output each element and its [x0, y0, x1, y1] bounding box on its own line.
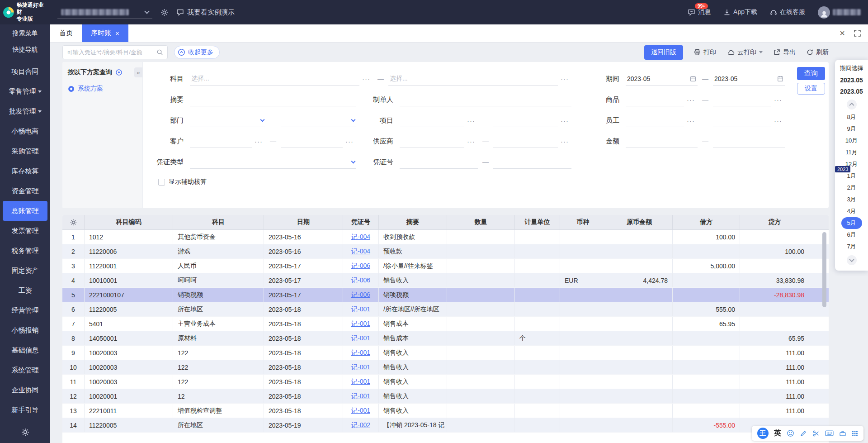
search-icon[interactable]	[156, 49, 163, 56]
column-settings-button[interactable]	[62, 215, 85, 229]
voucher-link[interactable]: 记-001	[351, 305, 370, 314]
ime-logo-icon[interactable]: 王	[757, 428, 769, 439]
voucher-link[interactable]: 记-001	[351, 392, 370, 400]
sidebar-item-10[interactable]: 总账管理	[3, 201, 47, 221]
export-button[interactable]: 导出	[774, 48, 796, 57]
collapse-panel-button[interactable]: «	[134, 67, 142, 77]
period-from-input[interactable]: 2023-05	[626, 72, 698, 86]
table-row-11[interactable]: 11100200031222023-05-18记-001销售收入111.00	[62, 375, 829, 389]
employee-from-more-button[interactable]: ···	[684, 117, 698, 124]
table-row-6[interactable]: 611220005所在地区2023-05-18记-001/所在地区//所在地区5…	[62, 302, 829, 317]
goods-from-more-button[interactable]: ···	[684, 96, 698, 104]
online-service-button[interactable]: 在线客服	[770, 8, 805, 16]
table-row-5[interactable]: 52221000107销项税额2023-05-17记-006销项税额-28,83…	[62, 288, 829, 302]
sidebar-item-6[interactable]: 小畅电商	[0, 121, 50, 141]
month-item-8月[interactable]: 8月	[841, 111, 862, 123]
collapse-more-button[interactable]: 收起更多	[174, 46, 220, 59]
employee-to-select[interactable]	[713, 114, 771, 127]
sidebar-item-18[interactable]: 系统管理	[0, 360, 50, 380]
column-header-voucher[interactable]: 凭证号	[343, 215, 379, 229]
goods-from-select[interactable]	[626, 93, 684, 106]
goods-to-more-button[interactable]: ···	[771, 96, 785, 104]
goods-to-select[interactable]	[713, 93, 771, 106]
grid-more-icon[interactable]	[852, 430, 858, 437]
pen-icon[interactable]	[800, 430, 807, 437]
voucher-no-from-input[interactable]	[401, 158, 476, 166]
customer-to-more-button[interactable]: ···	[343, 138, 356, 145]
sidebar-item-11[interactable]: 发票管理	[0, 221, 50, 241]
department-from-dropdown[interactable]	[190, 114, 265, 127]
voucher-type-dropdown[interactable]	[190, 155, 356, 169]
vertical-scrollbar[interactable]	[822, 232, 826, 307]
supplier-from-more-button[interactable]: ···	[464, 138, 478, 145]
tab-home[interactable]: 首页	[50, 24, 82, 42]
department-to-dropdown[interactable]	[281, 114, 356, 127]
column-header-summary[interactable]: 摘要	[379, 215, 447, 229]
project-to-more-button[interactable]: ···	[558, 117, 571, 124]
voucher-link[interactable]: 记-006	[351, 276, 370, 285]
sidebar-item-17[interactable]: 基础信息	[0, 340, 50, 360]
supplier-from-select[interactable]	[400, 134, 464, 148]
sidebar-item-19[interactable]: 企业协同	[0, 380, 50, 400]
column-header-code[interactable]: 科目编码	[85, 215, 173, 229]
ime-language-indicator[interactable]: 英	[774, 429, 781, 438]
tab-journal[interactable]: 序时账 ×	[82, 24, 128, 42]
sidebar-item-3[interactable]: 项目合同	[0, 62, 50, 81]
user-menu[interactable]	[818, 6, 861, 19]
sidebar-item-7[interactable]: 采购管理	[0, 141, 50, 161]
column-header-subject[interactable]: 科目	[173, 215, 264, 229]
messages-button[interactable]: 消息 99+	[688, 8, 711, 16]
supplier-to-select[interactable]	[493, 134, 558, 148]
column-header-qty[interactable]: 数量	[447, 215, 515, 229]
toolbox-icon[interactable]	[839, 430, 846, 437]
voucher-link[interactable]: 记-001	[351, 407, 370, 415]
month-item-3月[interactable]: 3月	[841, 194, 862, 205]
customer-to-select[interactable]	[281, 134, 343, 148]
month-item-6月[interactable]: 6月	[841, 229, 862, 241]
month-item-9月[interactable]: 9月	[841, 123, 862, 135]
amount-to-input[interactable]	[714, 138, 783, 145]
month-item-7月[interactable]: 7月	[841, 241, 862, 252]
back-to-old-button[interactable]: 退回旧版	[644, 45, 683, 60]
project-to-select[interactable]	[493, 114, 558, 127]
project-from-more-button[interactable]: ···	[464, 117, 478, 124]
voucher-link[interactable]: 记-001	[351, 320, 370, 328]
print-button[interactable]: 打印	[694, 48, 716, 57]
column-header-date[interactable]: 日期	[264, 215, 343, 229]
emoji-icon[interactable]	[787, 429, 794, 437]
month-item-2月[interactable]: 2月	[841, 182, 862, 194]
sidebar-item-5[interactable]: 批发管理	[0, 101, 50, 121]
column-header-unit[interactable]: 计量单位	[515, 215, 560, 229]
sidebar-item-2[interactable]: 快捷导航	[0, 42, 50, 58]
scroll-up-button[interactable]	[847, 100, 857, 110]
table-row-3[interactable]: 311220001人民币2023-05-17记-006/徐小量//往来标签5,0…	[62, 259, 829, 273]
month-item-4月[interactable]: 4月	[841, 205, 862, 217]
table-row-7[interactable]: 75401主营业务成本2023-05-18记-001销售成本65.95	[62, 317, 829, 331]
column-header-orig_amount[interactable]: 原币金额	[606, 215, 673, 229]
sidebar-item-8[interactable]: 库存核算	[0, 161, 50, 181]
sidebar-item-16[interactable]: 小畅报销	[0, 320, 50, 340]
employee-from-select[interactable]	[626, 114, 684, 127]
table-row-8[interactable]: 814050001原材料2023-05-18记-001销售成本个65.95	[62, 331, 829, 346]
table-row-13[interactable]: 1322210011增值税检查调整2023-05-18记-001销售收入111.…	[62, 404, 829, 418]
target-icon[interactable]	[115, 69, 123, 76]
sidebar-item-13[interactable]: 固定资产	[0, 261, 50, 281]
month-item-5月[interactable]: 5月	[841, 217, 862, 229]
sidebar-item-4[interactable]: 零售管理	[0, 81, 50, 101]
table-row-4[interactable]: 410010001呵呵呵2023-05-17记-006销售收入EUR4,424.…	[62, 273, 829, 288]
month-item-10月[interactable]: 10月	[841, 135, 862, 147]
search-input[interactable]	[67, 49, 156, 56]
subject-from-more-button[interactable]: ···	[359, 75, 373, 83]
voucher-link[interactable]: 记-001	[351, 378, 370, 386]
table-row-10[interactable]: 10100200031222023-05-18记-001销售收入111.00	[62, 360, 829, 375]
show-auxiliary-checkbox[interactable]: 显示辅助核算	[158, 178, 788, 186]
sidebar-item-20[interactable]: 新手引导	[0, 400, 50, 420]
table-row-12[interactable]: 1210020001122023-05-18记-001销售收入111.00	[62, 389, 829, 404]
cloud-print-button[interactable]: 云打印	[727, 48, 763, 57]
system-scheme-item[interactable]: 系统方案	[68, 85, 142, 93]
project-from-select[interactable]	[400, 114, 464, 127]
subject-to-select[interactable]: 选择...	[388, 72, 558, 86]
table-row-2[interactable]: 211220006游戏2023-05-16记-004预收款100.00	[62, 244, 829, 259]
month-item-11月[interactable]: 11月	[841, 147, 862, 158]
settings-button[interactable]: 设置	[797, 83, 825, 95]
